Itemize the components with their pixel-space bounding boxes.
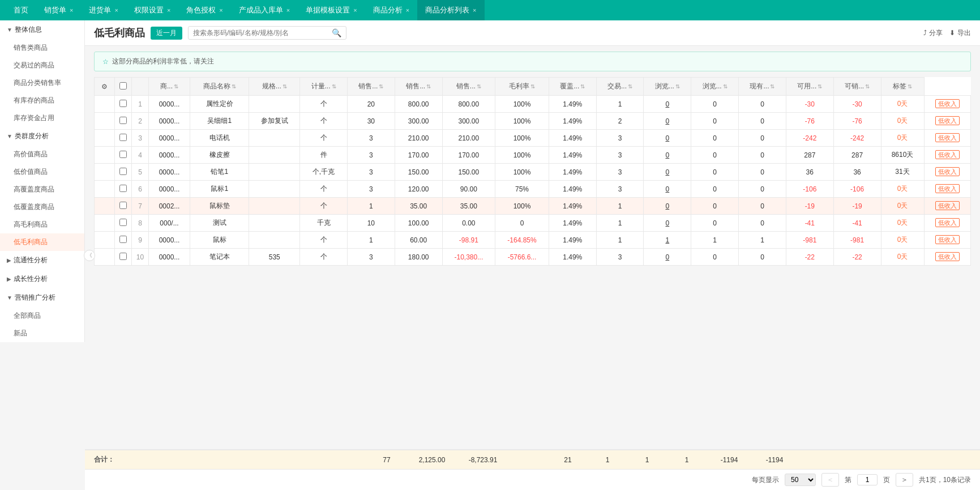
td-sales: -10,380... [442, 249, 495, 266]
sidebar-group-marketing[interactable]: ▼ 营销推广分析 [0, 288, 84, 307]
select-all-checkbox[interactable] [119, 82, 127, 90]
page-size-select[interactable]: 20 50 100 [785, 474, 816, 486]
row-checkbox[interactable] [119, 219, 127, 226]
td-coverage: 3 [596, 164, 644, 181]
nav-product-stock[interactable]: 产成品入库单 × [231, 0, 298, 20]
nav-sales-close[interactable]: × [70, 7, 73, 14]
col-tag[interactable]: 标签⇅ [881, 78, 924, 96]
total-coverage: 21 [548, 456, 588, 464]
sidebar-item-all-goods[interactable]: 全部商品 [0, 307, 84, 325]
td-browse1: 0 [691, 130, 739, 147]
col-qty[interactable]: 销售...⇅ [347, 78, 395, 96]
col-coverage[interactable]: 覆盖...⇅ [549, 78, 596, 96]
nav-product-analysis-close[interactable]: × [406, 7, 409, 14]
export-button[interactable]: ⬇ 导出 [949, 28, 971, 38]
col-price[interactable]: 销售...⇅ [395, 78, 442, 96]
sidebar-item-capital[interactable]: 库存资金占用 [0, 109, 84, 127]
sidebar-item-high-margin[interactable]: 高毛利商品 [0, 216, 84, 233]
col-name[interactable]: 商品名称⇅ [190, 78, 249, 96]
col-code[interactable]: 商...⇅ [149, 78, 190, 96]
col-avail[interactable]: 可用...⇅ [786, 78, 833, 96]
nav-template-close[interactable]: × [353, 7, 357, 14]
page-number-input[interactable] [857, 474, 878, 485]
td-trade: 1 [644, 232, 691, 249]
row-checkbox[interactable] [119, 236, 127, 243]
row-checkbox[interactable] [119, 134, 127, 141]
nav-role[interactable]: 角色授权 × [178, 0, 230, 20]
row-checkbox[interactable] [119, 117, 127, 124]
sidebar-item-traded-goods[interactable]: 交易过的商品 [0, 57, 84, 74]
td-settings [95, 215, 115, 232]
next-page-button[interactable]: ＞ [896, 473, 913, 487]
nav-product-analysis[interactable]: 商品分析 × [365, 0, 417, 20]
nav-sales[interactable]: 销货单 × [36, 0, 81, 20]
share-button[interactable]: ⤴ 分享 [923, 28, 943, 38]
sidebar-item-new-goods[interactable]: 新品 [0, 325, 84, 342]
td-profit: 100% [495, 198, 549, 215]
sidebar-item-low-coverage[interactable]: 低覆盖度商品 [0, 198, 84, 216]
col-trade[interactable]: 交易...⇅ [596, 78, 644, 96]
row-checkbox[interactable] [119, 202, 127, 209]
col-gross[interactable]: 毛利率⇅ [495, 78, 549, 96]
td-settings [95, 232, 115, 249]
col-browse1[interactable]: 浏览...⇅ [644, 78, 691, 96]
nav-permission[interactable]: 权限设置 × [126, 0, 178, 20]
col-browse2[interactable]: 浏览...⇅ [691, 78, 739, 96]
td-browse1: 0 [691, 147, 739, 164]
td-name: 电话机 [190, 130, 249, 147]
nav-product-analysis-list[interactable]: 商品分析列表 × [417, 0, 484, 20]
prev-page-button[interactable]: ＜ [821, 473, 839, 487]
sidebar-group-liquidity[interactable]: ▶ 流通性分析 [0, 251, 84, 270]
nav-template[interactable]: 单据模板设置 × [298, 0, 365, 20]
nav-purchase-close[interactable]: × [114, 7, 118, 14]
td-price: 210.00 [395, 130, 442, 147]
td-index: 3 [132, 130, 149, 147]
sidebar-group-cluster[interactable]: ▼ 类群度分析 [0, 127, 84, 146]
td-trade: 0 [644, 249, 691, 266]
col-settings[interactable]: ⚙ [95, 78, 115, 96]
row-checkbox[interactable] [119, 168, 127, 175]
td-coverage: 3 [596, 249, 644, 266]
tag-badge: 低收入 [935, 235, 960, 244]
tag-badge: 低收入 [935, 218, 960, 227]
row-checkbox[interactable] [119, 185, 127, 192]
sidebar-item-category-rate[interactable]: 商品分类销售率 [0, 74, 84, 92]
td-sellable: 8610天 [881, 147, 924, 164]
nav-product-analysis-list-close[interactable]: × [473, 7, 476, 14]
sidebar-item-low-value[interactable]: 低价值商品 [0, 163, 84, 181]
sidebar-item-sales-goods[interactable]: 销售类商品 [0, 39, 84, 57]
nav-permission-close[interactable]: × [167, 7, 170, 14]
td-coverage: 1 [596, 232, 644, 249]
sidebar-collapse-button[interactable]: 《 [84, 250, 95, 261]
row-checkbox[interactable] [119, 151, 127, 158]
sidebar-group-general[interactable]: ▼ 整体信息 [0, 20, 84, 39]
td-gross: 1.49% [549, 198, 596, 215]
sidebar-item-high-coverage[interactable]: 高覆盖度商品 [0, 181, 84, 198]
sidebar-group-growth[interactable]: ▶ 成长性分析 [0, 270, 84, 288]
nav-home[interactable]: 首页 [6, 0, 36, 20]
sidebar-item-low-margin[interactable]: 低毛利商品 [0, 233, 84, 251]
sidebar-item-in-stock[interactable]: 有库存的商品 [0, 92, 84, 109]
td-price: 150.00 [395, 164, 442, 181]
nav-product-stock-close[interactable]: × [286, 7, 290, 14]
row-checkbox[interactable] [119, 253, 127, 260]
row-checkbox[interactable] [119, 100, 127, 107]
col-spec[interactable]: 规格...⇅ [249, 78, 300, 96]
td-stock: -981 [786, 232, 833, 249]
data-table: ⚙ 商...⇅ 商品名称⇅ 规格...⇅ 计量...⇅ 销售...⇅ 销售...… [94, 77, 971, 266]
col-stock[interactable]: 现有...⇅ [739, 78, 786, 96]
td-checkbox [115, 164, 132, 181]
total-browse1: 1 [627, 456, 667, 464]
col-sellable[interactable]: 可销...⇅ [833, 78, 881, 96]
td-index: 8 [132, 215, 149, 232]
nav-role-close[interactable]: × [219, 7, 222, 14]
sidebar-item-high-value[interactable]: 高价值商品 [0, 146, 84, 163]
date-filter-button[interactable]: 近一月 [151, 27, 182, 40]
td-settings [95, 249, 115, 266]
search-icon[interactable]: 🔍 [332, 28, 341, 37]
tag-badge: 低收入 [935, 116, 960, 125]
col-unit[interactable]: 计量...⇅ [300, 78, 348, 96]
search-input[interactable] [193, 29, 332, 37]
nav-purchase[interactable]: 进货单 × [81, 0, 126, 20]
col-sales[interactable]: 销售...⇅ [442, 78, 495, 96]
